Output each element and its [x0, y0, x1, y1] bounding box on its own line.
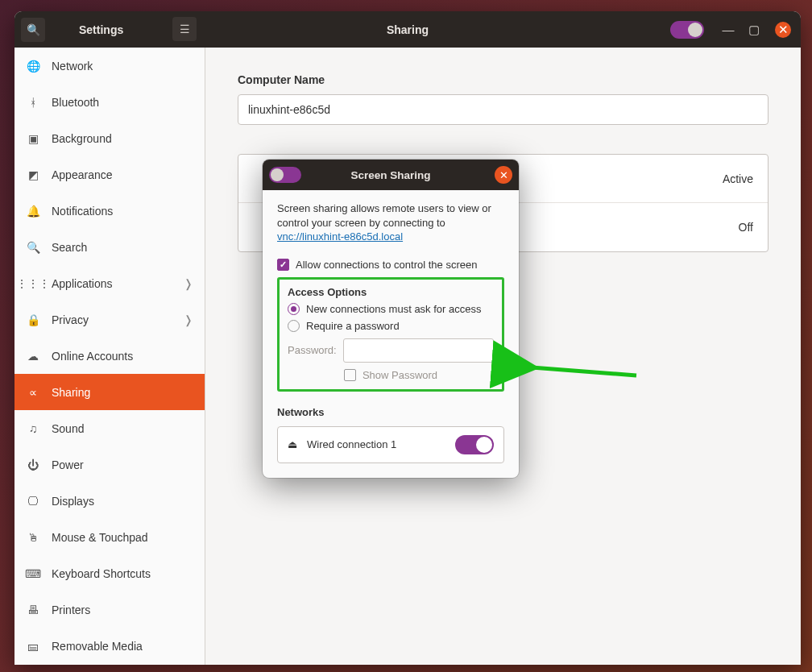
screen-sharing-dialog: Screen Sharing ✕ Screen sharing allows r…	[263, 160, 519, 478]
sidebar-item-privacy[interactable]: 🔒Privacy❭	[14, 301, 205, 338]
wired-icon: ⏏	[288, 438, 297, 450]
sidebar-item-label: Bluetooth	[52, 96, 99, 109]
sidebar-item-sound[interactable]: ♫Sound	[14, 410, 205, 446]
appearance-icon: ◩	[26, 168, 40, 181]
sidebar-item-notifications[interactable]: 🔔Notifications	[14, 193, 205, 229]
close-button[interactable]: ✕	[775, 22, 791, 38]
password-input[interactable]	[343, 338, 494, 363]
sidebar-item-label: Printers	[52, 604, 90, 616]
printers-icon: 🖶	[26, 604, 40, 616]
maximize-button[interactable]: ▢	[746, 22, 762, 38]
allow-control-row[interactable]: ✓ Allow connections to control the scree…	[277, 259, 504, 271]
radio-password-row[interactable]: Require a password	[288, 320, 494, 332]
sidebar-item-power[interactable]: ⏻Power	[14, 446, 205, 483]
sidebar-item-label: Sharing	[52, 386, 90, 399]
search-icon: 🔍	[27, 23, 40, 36]
applications-icon: ⋮⋮⋮	[26, 277, 40, 290]
dialog-close-button[interactable]: ✕	[495, 166, 512, 184]
dialog-title: Screen Sharing	[350, 169, 430, 181]
background-icon: ▣	[26, 132, 40, 145]
search-button[interactable]: 🔍	[21, 18, 45, 42]
sidebar-item-label: Appearance	[52, 168, 113, 181]
sidebar-item-sharing[interactable]: ∝Sharing	[14, 374, 205, 410]
sidebar-item-label: Keyboard Shortcuts	[52, 567, 151, 580]
sidebar-item-label: Displays	[52, 495, 94, 508]
chevron-right-icon: ❭	[184, 313, 193, 326]
sidebar-item-printers[interactable]: 🖶Printers	[14, 591, 205, 628]
sidebar-item-search[interactable]: 🔍Search	[14, 229, 205, 265]
keyboard-shortcuts-icon: ⌨	[26, 567, 40, 580]
radio-require-password[interactable]	[288, 320, 300, 332]
removable-media-icon: 🖴	[26, 640, 40, 653]
sidebar-item-keyboard-shortcuts[interactable]: ⌨Keyboard Shortcuts	[14, 555, 205, 591]
minimize-button[interactable]: —	[720, 22, 736, 38]
sharing-icon: ∝	[26, 386, 40, 399]
power-icon: ⏻	[26, 458, 40, 471]
mouse-touchpad-icon: 🖱	[26, 531, 40, 544]
sidebar-item-removable-media[interactable]: 🖴Removable Media	[14, 628, 205, 664]
sidebar-item-online-accounts[interactable]: ☁Online Accounts	[14, 338, 205, 374]
bluetooth-icon: ᚼ	[26, 96, 40, 109]
notifications-icon: 🔔	[26, 205, 40, 218]
sidebar-item-label: Online Accounts	[52, 350, 133, 363]
radio-ask-label: New connections must ask for access	[306, 303, 481, 315]
computer-name-value: linuxhint-e86c5d	[248, 103, 330, 116]
sidebar-item-background[interactable]: ▣Background	[14, 120, 205, 156]
networks-title: Networks	[277, 406, 504, 418]
search-icon: 🔍	[26, 241, 40, 254]
sidebar-item-label: Privacy	[52, 313, 89, 326]
row-value: Off	[739, 221, 753, 234]
online-accounts-icon: ☁	[26, 350, 40, 363]
displays-icon: 🖵	[26, 495, 40, 508]
sidebar-item-label: Power	[52, 458, 84, 471]
radio-ask-row[interactable]: New connections must ask for access	[288, 303, 494, 315]
sidebar: 🌐NetworkᚼBluetooth▣Background◩Appearance…	[14, 48, 205, 665]
sidebar-item-applications[interactable]: ⋮⋮⋮Applications❭	[14, 265, 205, 301]
hamburger-button[interactable]: ☰	[172, 17, 197, 41]
password-label: Password:	[288, 344, 337, 356]
show-password-checkbox[interactable]	[344, 369, 356, 381]
allow-control-label: Allow connections to control the screen	[296, 259, 477, 271]
sharing-master-toggle[interactable]	[670, 21, 704, 39]
sidebar-item-mouse-touchpad[interactable]: 🖱Mouse & Touchpad	[14, 519, 205, 555]
sidebar-item-network[interactable]: 🌐Network	[14, 48, 205, 84]
radio-password-label: Require a password	[306, 320, 400, 332]
titlebar: 🔍 Settings ☰ Sharing — ▢ ✕	[14, 11, 801, 48]
sidebar-item-label: Sound	[52, 422, 84, 435]
network-icon: 🌐	[26, 60, 40, 73]
sound-icon: ♫	[26, 422, 40, 435]
sidebar-item-label: Background	[52, 132, 112, 145]
access-options-section: Access Options New connections must ask …	[277, 277, 504, 392]
network-name: Wired connection 1	[307, 438, 396, 450]
sidebar-item-label: Search	[52, 241, 87, 254]
sidebar-item-bluetooth[interactable]: ᚼBluetooth	[14, 84, 205, 120]
screen-sharing-toggle[interactable]	[269, 167, 301, 183]
close-icon: ✕	[499, 169, 508, 181]
app-title: Settings	[79, 23, 123, 36]
show-password-label: Show Password	[362, 369, 437, 381]
sidebar-item-label: Removable Media	[52, 640, 143, 653]
sidebar-item-label: Applications	[52, 277, 113, 290]
network-toggle[interactable]	[455, 435, 494, 454]
privacy-icon: 🔒	[26, 313, 40, 326]
dialog-titlebar: Screen Sharing ✕	[263, 160, 519, 190]
sidebar-item-label: Network	[52, 60, 93, 73]
sidebar-item-label: Notifications	[52, 205, 113, 218]
chevron-right-icon: ❭	[184, 277, 193, 290]
radio-ask-access[interactable]	[288, 303, 300, 315]
dialog-description: Screen sharing allows remote users to vi…	[277, 201, 504, 244]
row-value: Active	[723, 172, 753, 185]
sidebar-item-label: Mouse & Touchpad	[52, 531, 148, 544]
sidebar-item-appearance[interactable]: ◩Appearance	[14, 156, 205, 193]
page-title: Sharing	[387, 23, 429, 36]
computer-name-field[interactable]: linuxhint-e86c5d	[238, 94, 768, 125]
sidebar-item-displays[interactable]: 🖵Displays	[14, 483, 205, 519]
vnc-link[interactable]: vnc://linuxhint-e86c5d.local	[277, 230, 403, 243]
access-options-title: Access Options	[288, 286, 494, 298]
network-row: ⏏ Wired connection 1	[277, 426, 504, 463]
menu-icon: ☰	[180, 23, 190, 35]
allow-control-checkbox[interactable]: ✓	[277, 259, 289, 271]
computer-name-label: Computer Name	[238, 73, 768, 86]
